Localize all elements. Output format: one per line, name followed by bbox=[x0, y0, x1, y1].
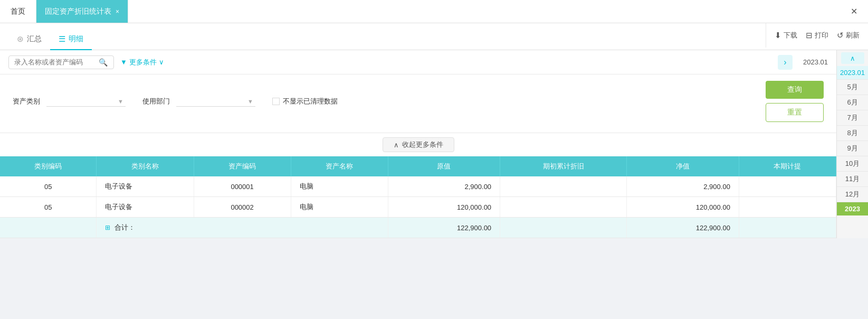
cell-curr-dep-2 bbox=[739, 197, 836, 218]
collapse-btn[interactable]: ∧ 收起更多条件 bbox=[383, 137, 454, 152]
col-net-value: 净值 bbox=[627, 156, 739, 176]
download-btn[interactable]: ⬇ 下载 bbox=[775, 31, 797, 40]
total-label-cell: ⊞ 合计： bbox=[97, 218, 388, 238]
collapse-sidebar-btn[interactable]: › bbox=[778, 55, 793, 70]
window-close-btn[interactable]: ✕ bbox=[840, 6, 868, 16]
refresh-btn[interactable]: ↺ 刷新 bbox=[837, 31, 860, 40]
asset-category-arrow-icon: ▼ bbox=[118, 98, 123, 105]
assets-table: 类别编码 类别名称 资产编码 资产名称 原值 期初累计折旧 净值 本期计提 05 bbox=[0, 156, 836, 238]
refresh-icon: ↺ bbox=[837, 31, 844, 40]
total-net-val: 122,900.00 bbox=[627, 218, 739, 238]
tab-summary[interactable]: ⊛ 汇总 bbox=[8, 34, 50, 51]
col-asset-code: 资产编码 bbox=[194, 156, 291, 176]
home-nav[interactable]: 首页 bbox=[0, 0, 36, 23]
cell-net-val-1: 2,900.00 bbox=[627, 176, 739, 197]
cell-curr-dep-1 bbox=[739, 176, 836, 197]
date-month-12[interactable]: 12月 bbox=[837, 187, 868, 202]
detail-icon: ☰ bbox=[59, 34, 65, 44]
department-field: 使用部门 ▼ bbox=[142, 96, 255, 107]
cell-cat-name-1: 电子设备 bbox=[97, 176, 194, 197]
cell-accum-dep-2 bbox=[500, 197, 627, 218]
collapse-icon: ∧ bbox=[394, 141, 399, 149]
cell-orig-val-1: 2,900.00 bbox=[388, 176, 500, 197]
col-category-code: 类别编码 bbox=[0, 156, 97, 176]
active-tab[interactable]: 固定资产折旧统计表 × bbox=[36, 0, 128, 23]
date-year: 2023 bbox=[837, 202, 868, 215]
table-wrap: 类别编码 类别名称 资产编码 资产名称 原值 期初累计折旧 净值 本期计提 05 bbox=[0, 156, 836, 238]
cell-net-val-2: 120,000.00 bbox=[627, 197, 739, 218]
date-month-7[interactable]: 7月 bbox=[837, 110, 868, 126]
table-header-row: 类别编码 类别名称 资产编码 资产名称 原值 期初累计折旧 净值 本期计提 bbox=[0, 156, 836, 176]
asset-category-field: 资产类别 ▼ bbox=[13, 96, 126, 107]
col-original-value: 原值 bbox=[388, 156, 500, 176]
cell-cat-name-2: 电子设备 bbox=[97, 197, 194, 218]
action-btns: 查询 重置 bbox=[766, 81, 824, 122]
download-icon: ⬇ bbox=[775, 31, 781, 40]
tab-close-btn[interactable]: × bbox=[116, 8, 119, 15]
department-placeholder bbox=[178, 97, 247, 105]
date-month-11[interactable]: 11月 bbox=[837, 172, 868, 187]
total-empty-1 bbox=[0, 218, 97, 238]
asset-category-label: 资产类别 bbox=[13, 97, 42, 106]
table-row: 05 电子设备 000002 电脑 120,000.00 120,000.00 bbox=[0, 197, 836, 218]
tab-label: 固定资产折旧统计表 bbox=[45, 7, 111, 16]
col-category-name: 类别名称 bbox=[97, 156, 194, 176]
total-icon: ⊞ bbox=[105, 224, 110, 231]
date-month-current[interactable]: 2023.01 bbox=[837, 66, 868, 80]
cell-asset-name-1: 电脑 bbox=[291, 176, 388, 197]
print-btn[interactable]: ⊟ 打印 bbox=[806, 31, 828, 40]
col-accum-dep: 期初累计折旧 bbox=[500, 156, 627, 176]
date-month-5[interactable]: 5月 bbox=[837, 80, 868, 95]
cell-cat-code-2: 05 bbox=[0, 197, 97, 218]
cell-asset-code-1: 000001 bbox=[194, 176, 291, 197]
department-arrow-icon: ▼ bbox=[247, 98, 253, 105]
tab-detail[interactable]: ☰ 明细 bbox=[50, 34, 92, 51]
total-accum-dep bbox=[500, 218, 627, 238]
cell-asset-name-2: 电脑 bbox=[291, 197, 388, 218]
col-current-dep: 本期计提 bbox=[739, 156, 836, 176]
filter-icon: ▼ bbox=[120, 58, 127, 66]
total-orig-val: 122,900.00 bbox=[388, 218, 500, 238]
collapse-row: ∧ 收起更多条件 bbox=[0, 133, 836, 156]
chevron-down-icon: ∨ bbox=[159, 58, 164, 66]
col-asset-name: 资产名称 bbox=[291, 156, 388, 176]
hide-cleared-wrap: 不显示已清理数据 bbox=[272, 97, 338, 106]
asset-category-placeholder bbox=[49, 97, 118, 105]
filter-area: 资产类别 ▼ 使用部门 ▼ bbox=[0, 74, 836, 133]
date-nav-up[interactable]: ∧ bbox=[841, 52, 864, 64]
table-row: 05 电子设备 000001 电脑 2,900.00 2,900.00 bbox=[0, 176, 836, 197]
date-month-8[interactable]: 8月 bbox=[837, 126, 868, 141]
cell-asset-code-2: 000002 bbox=[194, 197, 291, 218]
cell-accum-dep-1 bbox=[500, 176, 627, 197]
cell-orig-val-2: 120,000.00 bbox=[388, 197, 500, 218]
date-panel: ∧ 2023.01 5月 6月 7月 8月 9月 10月 11月 12月 202… bbox=[836, 50, 868, 238]
table-total-row: ⊞ 合计： 122,900.00 122,900.00 bbox=[0, 218, 836, 238]
cell-cat-code-1: 05 bbox=[0, 176, 97, 197]
search-input-wrap[interactable]: 🔍 bbox=[8, 55, 114, 69]
hide-cleared-label: 不显示已清理数据 bbox=[283, 97, 338, 106]
date-month-6[interactable]: 6月 bbox=[837, 95, 868, 110]
date-month-10[interactable]: 10月 bbox=[837, 156, 868, 172]
print-icon: ⊟ bbox=[806, 31, 813, 40]
date-month-9[interactable]: 9月 bbox=[837, 141, 868, 156]
search-input[interactable] bbox=[14, 58, 99, 66]
total-curr-dep bbox=[739, 218, 836, 238]
department-label: 使用部门 bbox=[142, 97, 172, 106]
date-display: 2023.01 bbox=[803, 58, 828, 66]
hide-cleared-checkbox[interactable] bbox=[272, 98, 280, 105]
reset-btn[interactable]: 重置 bbox=[766, 103, 824, 122]
department-select[interactable]: ▼ bbox=[176, 96, 255, 107]
asset-category-select[interactable]: ▼ bbox=[46, 96, 126, 107]
search-icon: 🔍 bbox=[99, 58, 108, 67]
more-filter-btn[interactable]: ▼ 更多条件 ∨ bbox=[120, 58, 164, 67]
summary-icon: ⊛ bbox=[17, 34, 24, 44]
query-btn[interactable]: 查询 bbox=[766, 81, 824, 99]
